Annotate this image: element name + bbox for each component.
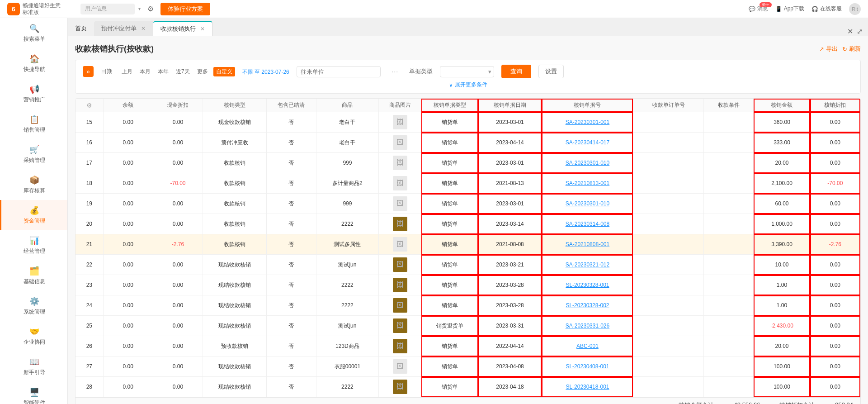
date-option-more[interactable]: 更多 bbox=[195, 67, 210, 76]
sidebar: 🔍 搜索菜单 🏠 快捷导航 📢 营销推广 📋 销售管理 🛒 采购管理 📦 库存核… bbox=[0, 18, 68, 404]
sidebar-item-marketing[interactable]: 📢 营销推广 bbox=[0, 79, 67, 109]
cell-cash-discount: 0.00 bbox=[153, 133, 203, 153]
cell-offset-doc-no[interactable]: SL-20230408-001 bbox=[542, 356, 633, 377]
cell-offset-doc-no[interactable]: SA-20230414-017 bbox=[542, 133, 633, 153]
unit-search-input[interactable] bbox=[297, 66, 381, 77]
cell-include-settled: 否 bbox=[266, 255, 316, 275]
cell-offset-type: 收款核销 bbox=[203, 234, 267, 255]
export-button[interactable]: ↗ 导出 bbox=[819, 45, 838, 53]
cell-offset-doc-no[interactable]: SA-20230321-012 bbox=[542, 255, 633, 275]
cell-offset-doc-type: 销货单 bbox=[421, 275, 478, 295]
tab-receipt-offset[interactable]: 收款核销执行 ✕ bbox=[153, 21, 212, 36]
sidebar-item-system[interactable]: ⚙️ 系统管理 bbox=[0, 291, 67, 321]
sidebar-item-search-menu[interactable]: 🔍 搜索菜单 bbox=[0, 18, 67, 48]
unit-selector-dots[interactable]: ··· bbox=[392, 67, 398, 76]
voucher-type-select[interactable] bbox=[440, 66, 494, 77]
th-balance: 余额 bbox=[103, 99, 153, 112]
cell-offset-discount: -2.76 bbox=[810, 234, 860, 255]
tab-bar: 首页 预付冲应付单 ✕ 收款核销执行 ✕ ✕ ⤢ bbox=[68, 18, 868, 36]
sidebar-item-basic-info[interactable]: 🗂️ 基础信息 bbox=[0, 261, 67, 291]
sidebar-item-smart-hardware[interactable]: 🖥️ 智能硬件 bbox=[0, 382, 67, 404]
notification-item[interactable]: 💬 消息 99+ bbox=[749, 5, 768, 13]
query-button[interactable]: 查询 bbox=[501, 65, 531, 78]
cell-product-image: 🖼 bbox=[378, 153, 421, 173]
user-info-display[interactable]: 用户信息 bbox=[80, 4, 135, 14]
column-settings-icon[interactable]: ⚙ bbox=[86, 102, 92, 109]
filter-toggle-button[interactable]: » bbox=[83, 66, 94, 77]
cell-offset-discount: 0.00 bbox=[810, 275, 860, 295]
cell-offset-amount: 1,000.00 bbox=[754, 214, 810, 234]
cell-offset-doc-no[interactable]: SA-20230314-008 bbox=[542, 214, 633, 234]
sidebar-item-sales[interactable]: 📋 销售管理 bbox=[0, 109, 67, 139]
cell-product-image: 🖼 bbox=[378, 255, 421, 275]
cell-offset-doc-date: 2023-03-28 bbox=[478, 295, 542, 316]
cell-offset-type: 现结收款核销 bbox=[203, 377, 267, 397]
cell-offset-doc-no[interactable]: SA-20230301-010 bbox=[542, 153, 633, 173]
marketing-icon: 📢 bbox=[29, 84, 39, 94]
cell-offset-doc-no[interactable]: SA-20230331-026 bbox=[542, 316, 633, 336]
date-label: 日期 bbox=[101, 67, 113, 76]
product-image-thumb: 🖼 bbox=[393, 318, 407, 333]
cell-offset-doc-no[interactable]: ABC-001 bbox=[542, 336, 633, 356]
cell-offset-discount: 0.00 bbox=[810, 133, 860, 153]
cell-product-image: 🖼 bbox=[378, 377, 421, 397]
tab-home[interactable]: 首页 bbox=[68, 21, 94, 36]
table-row: 22 0.00 0.00 现结收款核销 否 测试jun 🖼 销货单 2023-0… bbox=[75, 255, 860, 275]
sidebar-item-operation[interactable]: 📊 经营管理 bbox=[0, 230, 67, 261]
tab-prepay-conflict[interactable]: 预付冲应付单 ✕ bbox=[94, 21, 153, 36]
table-container: ⚙ 余额 现金折扣 核销类型 包含已结清 商品 商品图片 核销单据类型 核销单据… bbox=[75, 98, 861, 404]
cell-offset-doc-type: 销货单 bbox=[421, 255, 478, 275]
th-product-image: 商品图片 bbox=[378, 99, 421, 112]
industry-solution-button[interactable]: 体验行业方案 bbox=[160, 3, 210, 15]
date-option-7days[interactable]: 近7天 bbox=[174, 67, 192, 76]
sidebar-item-enterprise-collab[interactable]: 🤝 企业协同 bbox=[0, 321, 67, 352]
sidebar-item-purchase[interactable]: 🛒 采购管理 bbox=[0, 139, 67, 170]
expand-chevron-icon: ∨ bbox=[449, 82, 453, 88]
cell-cash-discount: -70.00 bbox=[153, 173, 203, 194]
setting-button[interactable]: 设置 bbox=[538, 65, 564, 78]
cell-offset-doc-no[interactable]: SA-20230301-010 bbox=[542, 194, 633, 214]
online-service-item[interactable]: 🎧 在线客服 bbox=[811, 5, 842, 13]
user-dropdown-arrow[interactable]: ▾ bbox=[138, 6, 141, 11]
date-option-this-month[interactable]: 本月 bbox=[138, 67, 152, 76]
tab-close-receipt[interactable]: ✕ bbox=[200, 26, 205, 32]
table-scroll[interactable]: ⚙ 余额 现金折扣 核销类型 包含已结清 商品 商品图片 核销单据类型 核销单据… bbox=[75, 99, 860, 397]
cell-offset-doc-no[interactable]: SL-20230328-002 bbox=[542, 295, 633, 316]
expand-tab-icon[interactable]: ⤢ bbox=[857, 27, 863, 36]
cell-offset-discount: 0.00 bbox=[810, 255, 860, 275]
cell-offset-doc-no[interactable]: SA-20230301-001 bbox=[542, 112, 633, 133]
cell-product: 测试多属性 bbox=[316, 234, 379, 255]
tab-close-prepay[interactable]: ✕ bbox=[141, 26, 146, 31]
cell-receipt-terms bbox=[704, 316, 754, 336]
cell-receipt-order-no bbox=[633, 356, 703, 377]
sidebar-item-new-guide[interactable]: 📖 新手引导 bbox=[0, 352, 67, 382]
top-bar: 6 畅捷通谱好生意 标准版 用户信息 ▾ ⚙ 体验行业方案 💬 消息 99+ 📱… bbox=[0, 0, 868, 18]
cell-balance: 0.00 bbox=[103, 275, 153, 295]
cell-num: 18 bbox=[75, 173, 103, 194]
header-actions: ↗ 导出 ↻ 刷新 bbox=[819, 45, 861, 53]
cell-cash-discount: 0.00 bbox=[153, 255, 203, 275]
cell-product-image: 🖼 bbox=[378, 214, 421, 234]
sidebar-item-quick-nav[interactable]: 🏠 快捷导航 bbox=[0, 48, 67, 79]
cell-offset-discount: 0.00 bbox=[810, 153, 860, 173]
app-download-item[interactable]: 📱 App下载 bbox=[775, 5, 804, 13]
cell-include-settled: 否 bbox=[266, 336, 316, 356]
th-settings[interactable]: ⚙ bbox=[75, 99, 103, 112]
sidebar-item-finance[interactable]: 💰 资金管理 bbox=[0, 200, 67, 230]
date-option-last-month[interactable]: 上月 bbox=[120, 67, 134, 76]
cell-offset-type: 收款核销 bbox=[203, 153, 267, 173]
cell-offset-doc-no[interactable]: SL-20230418-001 bbox=[542, 377, 633, 397]
sidebar-item-inventory[interactable]: 📦 库存核算 bbox=[0, 170, 67, 200]
refresh-button[interactable]: ↻ 刷新 bbox=[842, 45, 861, 53]
inventory-icon: 📦 bbox=[29, 175, 39, 185]
settings-gear-icon[interactable]: ⚙ bbox=[144, 3, 157, 15]
user-avatar[interactable]: Rit bbox=[849, 3, 861, 15]
expand-more-conditions[interactable]: ∨ 展开更多条件 bbox=[83, 81, 853, 89]
cell-offset-doc-no[interactable]: SA-20210808-001 bbox=[542, 234, 633, 255]
close-tab-icon[interactable]: ✕ bbox=[847, 27, 853, 36]
cell-offset-doc-no[interactable]: SL-20230328-001 bbox=[542, 275, 633, 295]
table-header-row: ⚙ 余额 现金折扣 核销类型 包含已结清 商品 商品图片 核销单据类型 核销单据… bbox=[75, 99, 860, 112]
date-option-this-year[interactable]: 本年 bbox=[156, 67, 170, 76]
cell-offset-doc-no[interactable]: SA-20210813-001 bbox=[542, 173, 633, 194]
date-option-custom[interactable]: 自定义 bbox=[213, 67, 235, 76]
